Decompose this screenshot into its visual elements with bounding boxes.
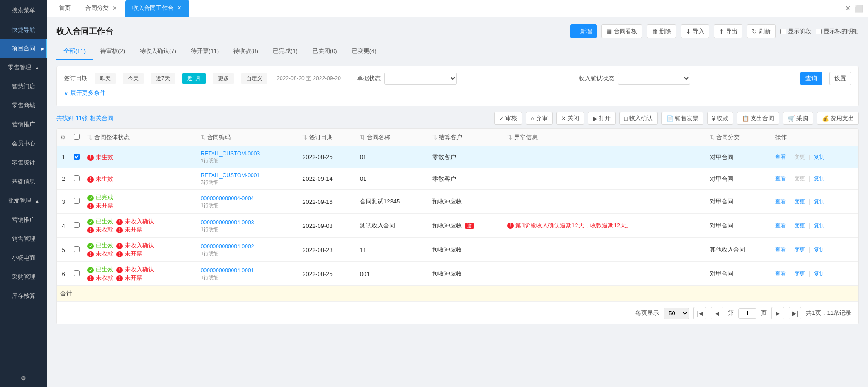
action-sales-invoice-button[interactable]: 📄 销售发票 (661, 112, 703, 125)
sidebar-item-purchase-mgmt[interactable]: 采购管理 (0, 267, 47, 286)
sidebar-item-base-info[interactable]: 基础信息 (0, 172, 47, 191)
sidebar-item-marketing2[interactable]: 营销推广 (0, 210, 47, 229)
contract-board-button[interactable]: ▦ 合同看板 (601, 24, 642, 38)
action-income-confirm-button[interactable]: □ 收入确认 (619, 112, 658, 125)
show-details-checkbox[interactable]: 显示标的明细 (816, 27, 859, 35)
sidebar-settings[interactable]: ⚙ (0, 369, 47, 387)
contract-code-link[interactable]: 0000000000004-0004 (201, 195, 254, 202)
sidebar-search[interactable]: 搜索菜单 (0, 0, 47, 21)
sidebar-item-sales-mgmt[interactable]: 销售管理 (0, 229, 47, 248)
page-input[interactable] (738, 308, 756, 319)
action-collect-payment-button[interactable]: ¥ 收款 (707, 112, 733, 125)
action-expense-contract-button[interactable]: 📋 支出合同 (737, 112, 779, 125)
row-name: 11 (356, 238, 429, 262)
copy-button[interactable]: 复制 (814, 271, 824, 277)
view-button[interactable]: 查看 (775, 223, 786, 229)
row-checkbox[interactable] (70, 262, 84, 286)
status-tab-pending-invoice[interactable]: 待开票(11) (184, 44, 226, 60)
filter-tag-today[interactable]: 今天 (123, 73, 144, 84)
sidebar-item-retail-mgmt[interactable]: 零售管理 ▲ (0, 58, 47, 77)
status-tab-changed[interactable]: 已变更(4) (344, 44, 384, 60)
income-confirm-select[interactable] (618, 73, 690, 85)
action-close-button[interactable]: ✕ 关闭 (556, 112, 584, 125)
next-page-button[interactable]: ▶ (771, 307, 784, 319)
minimize-icon[interactable]: ✕ (845, 4, 851, 13)
view-button[interactable]: 查看 (775, 175, 786, 182)
sidebar-item-smart-store[interactable]: 智慧门店 (0, 77, 47, 96)
query-button[interactable]: 查询 (800, 72, 822, 85)
sidebar-item-marketing[interactable]: 营销推广 (0, 115, 47, 134)
status-tab-pending-income[interactable]: 待收入确认(7) (132, 44, 184, 60)
filter-tag-1month[interactable]: 近1月 (182, 73, 206, 84)
row-checkbox[interactable] (70, 238, 84, 262)
delete-button[interactable]: 🗑 删除 (647, 24, 676, 38)
sidebar-item-retail-mall[interactable]: 零售商城 (0, 96, 47, 115)
copy-button[interactable]: 复制 (814, 175, 824, 182)
th-checkbox[interactable] (70, 129, 84, 146)
status-tab-closed[interactable]: 已关闭(0) (305, 44, 344, 60)
row-checkbox[interactable] (70, 168, 84, 190)
copy-button[interactable]: 复制 (814, 198, 824, 205)
doc-status-select[interactable] (384, 73, 457, 85)
select-all-checkbox[interactable] (74, 134, 80, 140)
row-checkbox[interactable] (70, 146, 84, 168)
filter-tag-more[interactable]: 更多 (213, 73, 234, 84)
settings-button[interactable]: 设置 (829, 72, 851, 85)
filter-tag-yesterday[interactable]: 昨天 (95, 73, 116, 84)
sidebar-item-member[interactable]: 会员中心 (0, 134, 47, 153)
sidebar-item-inventory[interactable]: 库存核算 (0, 286, 47, 305)
last-page-button[interactable]: ▶| (789, 307, 801, 319)
action-abandon-button[interactable]: ○ 弃审 (526, 112, 553, 125)
prev-page-button[interactable]: ◀ (711, 307, 723, 319)
change-button[interactable]: 变更 (794, 223, 805, 229)
first-page-button[interactable]: |◀ (693, 307, 706, 319)
action-expense-out-button[interactable]: 💰 费用支出 (817, 112, 859, 125)
view-button[interactable]: 查看 (775, 154, 786, 160)
contract-code-link[interactable]: 0000000000004-0001 (201, 267, 254, 274)
sidebar-item-project[interactable]: 项目合同 ▶ (0, 39, 47, 58)
sidebar-item-retail-stats[interactable]: 零售统计 (0, 153, 47, 172)
refresh-button[interactable]: ↻ 刷新 (747, 24, 776, 38)
tab-contract-category[interactable]: 合同分类 ✕ (78, 0, 125, 17)
action-purchase-button[interactable]: 🛒 采购 (783, 112, 813, 125)
contract-code-link[interactable]: 0000000000004-0003 (201, 219, 254, 226)
view-button[interactable]: 查看 (775, 271, 786, 277)
copy-button[interactable]: 复制 (814, 247, 824, 253)
status-tab-pending-review[interactable]: 待审核(2) (93, 44, 132, 60)
action-open-button[interactable]: ▶ 打开 (588, 112, 616, 125)
show-stage-checkbox[interactable]: 显示阶段 (780, 27, 811, 35)
copy-button[interactable]: 复制 (814, 223, 824, 229)
view-button[interactable]: 查看 (775, 198, 786, 205)
expand-conditions-button[interactable]: ∨ 展开更多条件 (64, 89, 106, 97)
sidebar-nav[interactable]: 快捷导航 (0, 21, 47, 39)
action-review-button[interactable]: ✓ 审核 (494, 112, 522, 125)
new-button[interactable]: + 新增 (570, 24, 597, 38)
sidebar-item-xiaochangec[interactable]: 小畅电商 (0, 248, 47, 267)
tab-close-icon[interactable]: ✕ (112, 5, 118, 11)
contract-code-link[interactable]: RETAIL_CUSTOM-0001 (201, 172, 260, 179)
th-settings[interactable]: ⚙ (57, 129, 70, 146)
tab-close-icon[interactable]: ✕ (176, 5, 182, 11)
change-button[interactable]: 变更 (794, 271, 805, 277)
change-button[interactable]: 变更 (794, 198, 805, 205)
tab-home[interactable]: 首页 (52, 0, 78, 17)
filter-tag-7days[interactable]: 近7天 (151, 73, 175, 84)
filter-tag-custom[interactable]: 自定义 (241, 73, 267, 84)
maximize-icon[interactable]: ⬜ (854, 4, 863, 13)
view-button[interactable]: 查看 (775, 247, 786, 253)
export-button[interactable]: ⬆ 导出 (714, 24, 742, 38)
change-button[interactable]: 变更 (794, 247, 805, 253)
sidebar-item-wholesale-mgmt[interactable]: 批发管理 ▲ (0, 191, 47, 210)
status-tab-pending-payment[interactable]: 待收款(8) (226, 44, 266, 60)
row-checkbox[interactable] (70, 190, 84, 214)
contract-code-link[interactable]: RETAIL_CUSTOM-0003 (201, 150, 260, 157)
tab-income-contract[interactable]: 收入合同工作台 ✕ (125, 0, 189, 17)
settings-icon[interactable]: ⚙ (60, 134, 66, 141)
status-tab-all[interactable]: 全部(11) (56, 44, 93, 60)
contract-code-link[interactable]: 0000000000004-0002 (201, 243, 254, 250)
copy-button[interactable]: 复制 (814, 154, 824, 160)
status-tab-completed[interactable]: 已完成(1) (266, 44, 305, 60)
page-size-select[interactable]: 50 10 20 100 (664, 308, 689, 319)
row-checkbox[interactable] (70, 214, 84, 238)
import-button[interactable]: ⬇ 导入 (681, 24, 709, 38)
